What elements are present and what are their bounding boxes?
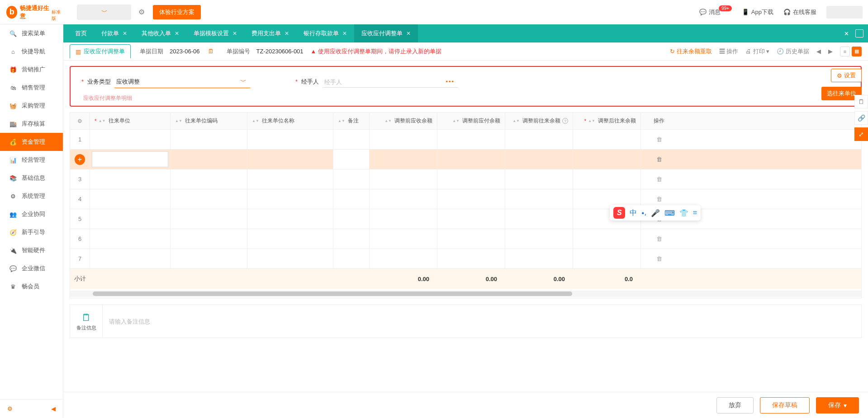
tab[interactable]: 应收应付调整单✕ (354, 24, 418, 42)
rail-note-icon[interactable]: 🗒 (854, 95, 868, 108)
cell-name[interactable] (247, 169, 333, 189)
col-note[interactable]: ▲▼备注 (333, 113, 370, 129)
collapse-icon[interactable]: ◀ (51, 405, 56, 412)
cell-note[interactable] (333, 249, 370, 268)
view-card-icon[interactable]: ▦ (852, 47, 862, 56)
gear-icon[interactable]: ⚙ (138, 8, 145, 16)
tab-close-icon[interactable]: ✕ (232, 30, 237, 37)
tab[interactable]: 银行存取款单✕ (296, 24, 354, 42)
ime-lang[interactable]: 中 (630, 208, 637, 218)
cell-post-bal[interactable] (573, 169, 641, 189)
ime-mic-icon[interactable]: 🎤 (651, 209, 660, 217)
save-draft-button[interactable]: 保存草稿 (760, 397, 810, 413)
cell-pre-pay[interactable] (437, 249, 505, 268)
table-row[interactable]: 5🗑 (70, 209, 861, 229)
handler-field[interactable]: * 经手人 ••• (295, 76, 458, 88)
sidebar-item-report[interactable]: 📊经营管理 (0, 151, 63, 169)
prev-doc-icon[interactable]: ◀ (816, 48, 821, 55)
cell-unit[interactable] (90, 209, 171, 229)
cell-note[interactable] (333, 169, 370, 189)
cell-pre-pay[interactable] (437, 169, 505, 189)
cell-pre-bal[interactable] (505, 249, 573, 268)
ime-skin-icon[interactable]: 👕 (679, 209, 688, 217)
cell-name[interactable] (247, 229, 333, 249)
messages-link[interactable]: 💬 消息 99+ (699, 8, 732, 16)
handler-input[interactable] (323, 76, 458, 88)
save-button[interactable]: 保存▾ (816, 397, 859, 413)
column-settings-icon[interactable]: ⚙ (70, 113, 90, 129)
tab-close-icon[interactable]: ✕ (123, 30, 127, 37)
cell-pre-pay[interactable] (437, 189, 505, 209)
table-row[interactable]: +🗑 (70, 150, 861, 169)
tab-close-icon[interactable]: ✕ (285, 30, 289, 37)
ime-punct-icon[interactable]: •، (641, 209, 646, 217)
ime-toolbar[interactable]: S 中 •، 🎤 ⌨ 👕 ⌗ (610, 205, 701, 221)
cell-note[interactable] (333, 229, 370, 249)
sidebar-item-money[interactable]: 💰资金管理 (0, 133, 63, 151)
cell-pre-bal[interactable] (505, 209, 573, 229)
col-pre-recv[interactable]: ▲▼调整前应收余额 (370, 113, 437, 129)
sidebar-item-hardware[interactable]: 🔌智能硬件 (0, 241, 63, 259)
tab[interactable]: 首页 (68, 24, 94, 42)
date-value[interactable]: 2023-06-06 (170, 48, 200, 55)
trial-button[interactable]: 体验行业方案 (153, 5, 201, 19)
cell-unit[interactable] (90, 130, 171, 149)
col-pre-bal[interactable]: ▲▼调整前往来余额? (505, 113, 573, 129)
print-menu[interactable]: 🖨 打印 ▾ (745, 47, 769, 56)
history-link[interactable]: 🕘 历史单据 (777, 47, 809, 56)
cell-code[interactable] (171, 229, 247, 249)
rail-expand-icon[interactable]: ⤢ (854, 127, 868, 141)
tab[interactable]: 付款单✕ (94, 24, 134, 42)
biz-type-field[interactable]: * 业务类型 应收调整 ﹀ (81, 75, 250, 88)
cell-pre-pay[interactable] (437, 130, 505, 149)
sidebar-item-guide[interactable]: 🧭新手引导 (0, 223, 63, 241)
settings-icon[interactable]: ⚙ (7, 405, 13, 412)
cell-name[interactable] (247, 130, 333, 149)
table-row[interactable]: 4🗑 (70, 189, 861, 209)
cell-post-bal[interactable] (573, 229, 641, 249)
cell-code[interactable] (171, 189, 247, 209)
table-row[interactable]: 7🗑 (70, 249, 861, 269)
settings-button[interactable]: ⚙设置 (831, 69, 862, 82)
sidebar-item-cart[interactable]: 🛍销售管理 (0, 79, 63, 97)
tab-close-icon[interactable]: ✕ (406, 30, 411, 37)
cell-code[interactable] (171, 249, 247, 268)
trash-icon[interactable]: 🗑 (656, 255, 662, 262)
tenant-selector[interactable]: ﹀ (77, 5, 131, 20)
abandon-button[interactable]: 放弃 (716, 397, 754, 413)
sidebar-item-home[interactable]: ⌂快捷导航 (0, 42, 63, 61)
sidebar-item-book[interactable]: 📚基础信息 (0, 169, 63, 187)
sidebar-item-wechat[interactable]: 💬企业微信 (0, 259, 63, 277)
cell-pre-recv[interactable] (370, 130, 437, 149)
ime-keyboard-icon[interactable]: ⌨ (664, 209, 675, 217)
tab[interactable]: 费用支出单✕ (244, 24, 296, 42)
add-row-icon[interactable]: + (75, 154, 85, 165)
rail-attach-icon[interactable]: 🔗 (854, 111, 868, 125)
cell-unit[interactable] (90, 189, 171, 209)
tab[interactable]: 单据模板设置✕ (186, 24, 244, 42)
trash-icon[interactable]: 🗑 (656, 156, 662, 163)
cell-note[interactable] (333, 209, 370, 229)
sidebar-item-search[interactable]: 🔍搜索菜单 (0, 24, 63, 42)
trash-icon[interactable]: 🗑 (656, 136, 662, 143)
cell-unit[interactable] (90, 249, 171, 268)
cell-note[interactable] (333, 189, 370, 209)
cell-post-bal[interactable] (573, 249, 641, 268)
cell-code[interactable] (171, 209, 247, 229)
cell-pre-pay[interactable] (437, 209, 505, 229)
cell-unit[interactable] (90, 229, 171, 249)
tab-fullscreen-icon[interactable] (855, 29, 863, 38)
next-doc-icon[interactable]: ▶ (828, 48, 833, 55)
table-row[interactable]: 1🗑 (70, 130, 861, 150)
sidebar-item-warehouse[interactable]: 🏬库存核算 (0, 115, 63, 133)
operate-menu[interactable]: ☰ 操作 (719, 47, 739, 56)
cell-code[interactable] (171, 130, 247, 149)
cell-pre-recv[interactable] (370, 229, 437, 249)
col-pre-pay[interactable]: ▲▼调整前应付余额 (437, 113, 505, 129)
user-menu[interactable] (826, 6, 863, 19)
trash-icon[interactable]: 🗑 (656, 196, 662, 202)
cell-name[interactable] (247, 189, 333, 209)
biz-type-select[interactable]: 应收调整 (114, 75, 250, 88)
col-post-bal[interactable]: ▲▼调整后往来余额 (573, 113, 641, 129)
sidebar-item-vip[interactable]: ♛畅会员 (0, 277, 63, 296)
